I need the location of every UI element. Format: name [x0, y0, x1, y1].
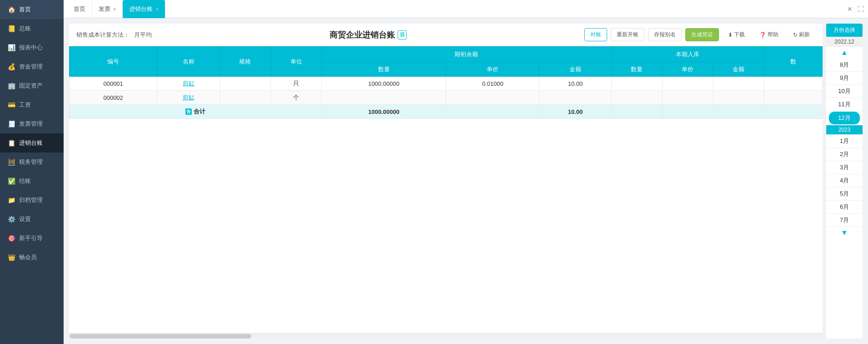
- sidebar-item-invoice-mgmt[interactable]: 🧾 发票管理: [0, 114, 64, 133]
- col-header-opening: 期初余额: [322, 47, 612, 63]
- salary-icon: 💳: [7, 101, 15, 108]
- month-item-2023-1[interactable]: 1月: [826, 135, 863, 148]
- sidebar-item-tax[interactable]: 🧮 税务管理: [0, 152, 64, 172]
- cell-name-1: 前缸: [157, 77, 220, 91]
- month-item-2023-5[interactable]: 5月: [826, 187, 863, 201]
- sidebar-item-reports[interactable]: 📊 报表中心: [0, 38, 64, 57]
- cell-opening-price-1: 0.01000: [446, 77, 539, 91]
- tab-purchase-sale-label: 进销台账: [129, 5, 153, 13]
- sidebar-label-tax: 税务管理: [19, 158, 43, 166]
- download-button[interactable]: ⬇ 下载: [723, 29, 750, 41]
- tab-invoice-close[interactable]: ×: [113, 6, 116, 12]
- horizontal-scrollbar[interactable]: [69, 333, 823, 339]
- cost-method-label: 销售成本计算方法：: [76, 31, 130, 39]
- month-item-12[interactable]: 12月: [829, 112, 860, 125]
- cell-opening-qty-2: [322, 91, 446, 105]
- funds-icon: 💰: [7, 63, 15, 70]
- tab-home[interactable]: 首页: [67, 0, 92, 18]
- sub-header-opening-price: 单价: [446, 63, 539, 77]
- sub-header-inbound-qty: 数量: [611, 63, 662, 77]
- month-panel-year-2022: 2022.12: [826, 37, 863, 47]
- month-item-2023-2[interactable]: 2月: [826, 148, 863, 161]
- cell-spec-1: [219, 77, 270, 91]
- month-item-11[interactable]: 11月: [826, 98, 863, 111]
- cell-opening-qty-1: 1000.00000: [322, 77, 446, 91]
- month-selector-panel: 月份选择 2022.12 ▲ 8月 9月 10月 11月 12月 2023 1月…: [826, 24, 863, 339]
- archive-icon: 📁: [7, 197, 15, 204]
- table-row[interactable]: 000001 前缸 只 1000.00000 0.01000 10.00: [70, 77, 823, 91]
- panel-title-text: 商贸企业进销台账: [329, 29, 395, 40]
- download-icon: ⬇: [728, 32, 733, 38]
- scroll-track[interactable]: [70, 334, 251, 339]
- sub-header-inbound-amount: 金额: [713, 63, 764, 77]
- refresh-icon: ↻: [793, 32, 798, 38]
- sidebar-item-vip[interactable]: 👑 畅会员: [0, 248, 64, 267]
- month-scroll-down-button[interactable]: ▼: [826, 227, 863, 239]
- maximize-window-button[interactable]: ⛶: [857, 5, 864, 13]
- cell-opening-price-2: [446, 91, 539, 105]
- sidebar-label-ledger: 总账: [19, 25, 31, 33]
- tab-purchase-sale-close[interactable]: ×: [155, 6, 158, 12]
- table-body: 000001 前缸 只 1000.00000 0.01000 10.00: [70, 77, 823, 119]
- month-item-2023-3[interactable]: 3月: [826, 161, 863, 174]
- close-window-button[interactable]: ✕: [846, 5, 853, 13]
- month-item-2023-6[interactable]: 6月: [826, 201, 863, 214]
- sidebar-item-settings[interactable]: ⚙️ 设置: [0, 210, 64, 229]
- month-scroll-area: ▲ 8月 9月 10月 11月 12月 2023 1月 2月 3月 4月 5月 …: [826, 47, 863, 339]
- month-item-2023-7[interactable]: 7月: [826, 214, 863, 227]
- month-item-2023-4[interactable]: 4月: [826, 174, 863, 187]
- sidebar-item-purchase-sale[interactable]: 📋 进销台账: [0, 133, 64, 152]
- sidebar-item-settlement[interactable]: ✅ 结账: [0, 172, 64, 191]
- save-as-button[interactable]: 存报别名: [648, 28, 682, 41]
- tax-icon: 🧮: [7, 158, 15, 166]
- total-extra: [764, 105, 822, 119]
- col-header-inbound: 本期入库: [611, 47, 764, 63]
- total-inbound-price: [662, 105, 713, 119]
- table-row[interactable]: 000002 前缸 个: [70, 91, 823, 105]
- assets-icon: 🏢: [7, 82, 15, 89]
- tab-purchase-sale[interactable]: 进销台账 ×: [123, 0, 165, 18]
- sidebar-label-reports: 报表中心: [19, 44, 43, 52]
- panel-title-icon[interactable]: 目: [398, 30, 407, 39]
- tab-invoice[interactable]: 发票 ×: [92, 0, 123, 18]
- cell-code-1: 000001: [70, 77, 157, 91]
- sidebar-item-archive[interactable]: 📁 归档管理: [0, 191, 64, 210]
- col-header-unit: 单位: [270, 47, 321, 77]
- guide-icon: 🎯: [7, 235, 15, 242]
- month-item-10[interactable]: 10月: [826, 85, 863, 98]
- sidebar-item-guide[interactable]: 🎯 新手引导: [0, 229, 64, 248]
- sidebar-item-ledger[interactable]: 📒 总账: [0, 19, 64, 38]
- main-table: 编号 名称 规格 单位 期初余额 本期入库 数 数量 单价 金额 数: [69, 46, 823, 119]
- sidebar-item-funds[interactable]: 💰 资金管理: [0, 57, 64, 76]
- total-inbound-amount: [713, 105, 764, 119]
- cell-unit-2: 个: [270, 91, 321, 105]
- sidebar-item-home[interactable]: 🏠 首页: [0, 0, 64, 19]
- total-icon: 合: [185, 108, 192, 115]
- generate-voucher-button[interactable]: 生成凭证: [685, 28, 719, 41]
- month-panel-title: 月份选择: [833, 27, 855, 33]
- sidebar-label-salary: 工资: [19, 101, 31, 109]
- sidebar-item-assets[interactable]: 🏢 固定资产: [0, 76, 64, 95]
- month-item-9[interactable]: 9月: [826, 72, 863, 85]
- cell-inbound-qty-2: [611, 91, 662, 105]
- sub-header-opening-amount: 金额: [539, 63, 612, 77]
- sidebar-label-archive: 归档管理: [19, 196, 43, 204]
- month-scroll-up-button[interactable]: ▲: [826, 47, 863, 59]
- help-button[interactable]: ❓ 帮助: [754, 29, 784, 41]
- total-opening-qty: 1000.00000: [322, 105, 446, 119]
- table-container: 编号 名称 规格 单位 期初余额 本期入库 数 数量 单价 金额 数: [69, 46, 823, 333]
- refresh-button[interactable]: ↻ 刷新: [788, 29, 815, 41]
- col-header-name: 名称: [157, 47, 220, 77]
- tab-home-label: 首页: [74, 5, 85, 13]
- sidebar-item-salary[interactable]: 💳 工资: [0, 95, 64, 114]
- reopen-button[interactable]: 重新开账: [611, 28, 644, 41]
- panel-title: 商贸企业进销台账 目: [156, 29, 580, 40]
- month-item-8[interactable]: 8月: [826, 59, 863, 72]
- tab-invoice-label: 发票: [99, 5, 110, 13]
- col-header-extra: 数: [764, 47, 822, 77]
- invoice-mgmt-icon: 🧾: [7, 120, 15, 128]
- month-year-2023-label: 2023: [826, 125, 863, 135]
- reconcile-button[interactable]: 对账: [584, 28, 607, 41]
- table-total-row: 合 合计 1000.00000 10.00: [70, 105, 823, 119]
- cell-unit-1: 只: [270, 77, 321, 91]
